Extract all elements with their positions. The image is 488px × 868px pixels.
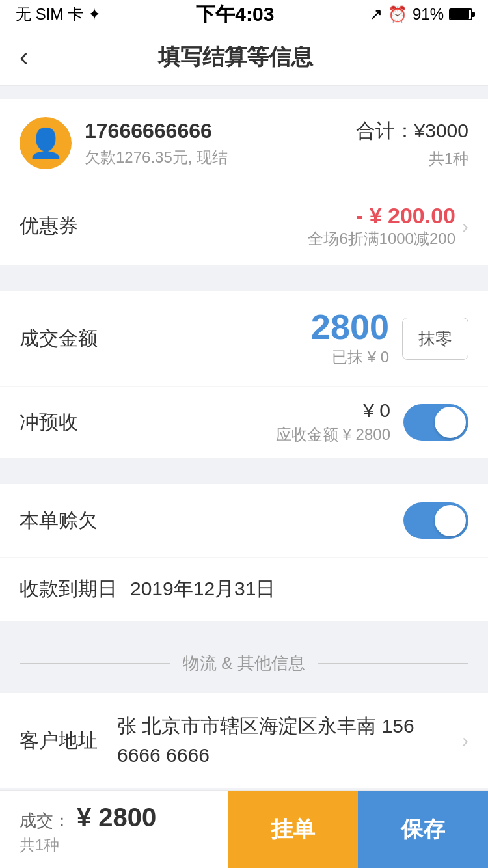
- hold-order-button[interactable]: 挂单: [228, 791, 358, 869]
- total-sub: 共1种: [356, 148, 468, 169]
- footer-deal-label: 成交：: [20, 809, 70, 832]
- customer-total: 合计：¥3000 共1种: [356, 118, 468, 169]
- customer-subtext: 欠款1276.35元, 现结: [85, 147, 356, 168]
- coupon-section: 优惠券 - ¥ 200.00 全场6折满1000减200 ›: [0, 187, 488, 265]
- back-button[interactable]: ‹: [20, 42, 28, 72]
- page-header: ‹ 填写结算等信息: [0, 29, 488, 86]
- address-chevron-icon: ›: [462, 729, 468, 752]
- customer-phone: 17666666666: [85, 119, 356, 143]
- address-value: 张 北京市市辖区海淀区永丰南 156 6666 6666: [117, 711, 455, 770]
- logistics-header: 物流 & 其他信息: [0, 634, 488, 693]
- avatar: 👤: [20, 117, 72, 169]
- duedate-row: 收款到期日 2019年12月31日: [0, 557, 488, 621]
- alarm-icon: ⏰: [388, 5, 407, 23]
- coupon-label: 优惠券: [20, 213, 78, 239]
- logistics-title: 物流 & 其他信息: [183, 652, 305, 675]
- deal-amount-col: 2800 已抹 ¥ 0: [311, 309, 389, 368]
- footer-deal-amount: ¥ 2800: [77, 803, 156, 832]
- prepay-sub: 应收金额 ¥ 2800: [276, 424, 390, 445]
- deal-right: 2800 已抹 ¥ 0 抹零: [98, 309, 468, 368]
- status-bar: 无 SIM 卡 ✦ 下午4:03 ↗ ⏰ 91%: [0, 0, 488, 29]
- save-button[interactable]: 保存: [358, 791, 488, 869]
- deal-row: 成交金额 2800 已抹 ¥ 0 抹零: [0, 291, 488, 386]
- toggle-knob: [435, 407, 466, 438]
- round-off-button[interactable]: 抹零: [402, 318, 468, 360]
- coupon-desc: 全场6折满1000减200: [308, 228, 455, 249]
- arrears-right: [98, 502, 468, 539]
- address-row[interactable]: 客户地址 张 北京市市辖区海淀区永丰南 156 6666 6666 ›: [0, 693, 488, 788]
- arrears-toggle-knob: [435, 505, 466, 536]
- customer-card: 👤 17666666666 欠款1276.35元, 现结 合计：¥3000 共1…: [0, 99, 488, 187]
- prepay-toggle[interactable]: [403, 404, 468, 441]
- total-amount: 合计：¥3000: [356, 118, 468, 144]
- coupon-chevron-icon: ›: [462, 215, 468, 237]
- deal-section: 成交金额 2800 已抹 ¥ 0 抹零 冲预收 ¥ 0 应收金额 ¥ 2800: [0, 291, 488, 458]
- battery-level: 91%: [413, 5, 444, 23]
- sim-status: 无 SIM 卡 ✦: [16, 4, 101, 25]
- arrears-toggle[interactable]: [403, 502, 468, 539]
- deal-amount: 2800: [311, 309, 389, 344]
- arrears-section: 本单赊欠 收款到期日 2019年12月31日: [0, 484, 488, 621]
- prepay-main: ¥ 0: [363, 400, 390, 422]
- footer-count: 共1种: [20, 835, 208, 856]
- status-bar-left: 无 SIM 卡 ✦: [16, 4, 101, 25]
- avatar-icon: 👤: [28, 126, 64, 160]
- customer-info: 17666666666 欠款1276.35元, 现结: [85, 119, 356, 168]
- page-title: 填写结算等信息: [41, 42, 429, 72]
- coupon-amount: - ¥ 200.00: [356, 203, 455, 228]
- duedate-value: 2019年12月31日: [130, 576, 275, 603]
- logistics-line-right: [318, 663, 468, 664]
- prepay-amounts: ¥ 0 应收金额 ¥ 2800: [276, 400, 390, 445]
- divider-1: [0, 265, 488, 278]
- logistics-line-left: [20, 663, 170, 664]
- arrears-label: 本单赊欠: [20, 508, 98, 534]
- status-bar-right: ↗ ⏰ 91%: [370, 5, 472, 23]
- battery-icon: [449, 8, 472, 20]
- deal-sub: 已抹 ¥ 0: [332, 347, 389, 368]
- prepay-right: ¥ 0 应收金额 ¥ 2800: [78, 400, 468, 445]
- prepay-label: 冲预收: [20, 409, 78, 436]
- prepay-row: 冲预收 ¥ 0 应收金额 ¥ 2800: [0, 386, 488, 458]
- address-label: 客户地址: [20, 727, 98, 754]
- coupon-row[interactable]: 优惠券 - ¥ 200.00 全场6折满1000减200 ›: [0, 187, 488, 265]
- deal-label: 成交金额: [20, 325, 98, 352]
- coupon-right: - ¥ 200.00 全场6折满1000减200 ›: [78, 203, 468, 249]
- address-section: 客户地址 张 北京市市辖区海淀区永丰南 156 6666 6666 ›: [0, 693, 488, 788]
- divider-2: [0, 458, 488, 471]
- footer-info: 成交： ¥ 2800 共1种: [0, 803, 228, 856]
- arrears-row: 本单赊欠: [0, 484, 488, 557]
- footer-bar: 成交： ¥ 2800 共1种 挂单 保存: [0, 790, 488, 868]
- location-icon: ↗: [370, 5, 383, 23]
- duedate-label: 收款到期日: [20, 576, 117, 603]
- status-bar-time: 下午4:03: [196, 1, 274, 28]
- footer-deal: 成交： ¥ 2800: [20, 803, 208, 832]
